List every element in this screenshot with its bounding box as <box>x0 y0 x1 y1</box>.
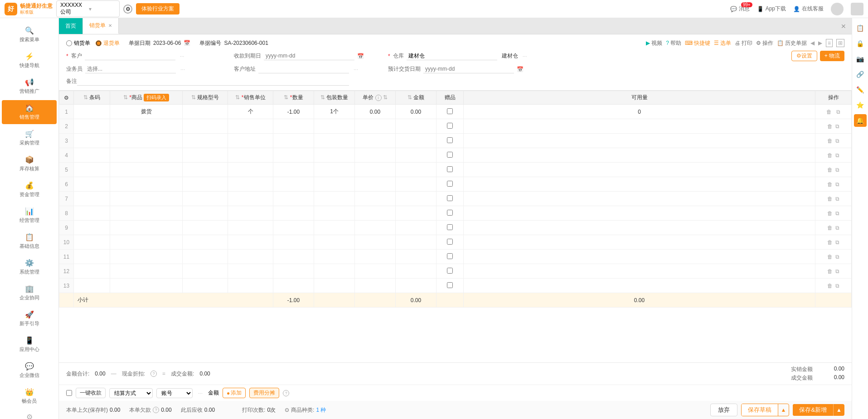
rsb-icon-clipboard[interactable]: 📋 <box>854 22 867 34</box>
remark-input[interactable] <box>77 77 349 86</box>
rsb-icon-link[interactable]: 🔗 <box>854 68 867 81</box>
sidebar-item-search[interactable]: 🔍 搜索菜单 <box>2 23 57 47</box>
customer-more-icon[interactable]: ··· <box>178 53 186 59</box>
col-barcode-sort[interactable]: ⇅ <box>83 94 88 101</box>
sidebar-item-enterprise[interactable]: 🏢 企业协同 <box>2 281 57 305</box>
radio-return[interactable]: 退货单 <box>96 39 120 47</box>
payment-add-button[interactable]: ● 添加 <box>223 388 246 398</box>
row-gift-1[interactable] <box>436 105 464 119</box>
user-avatar[interactable] <box>831 3 844 15</box>
app-download-nav[interactable]: 📱 App下载 <box>757 5 786 13</box>
tab-salesorder[interactable]: 销货单 ✕ <box>83 18 119 34</box>
toolbar-view1[interactable]: ≡ <box>826 39 833 47</box>
rsb-icon-star[interactable]: ⭐ <box>854 99 867 111</box>
date-calendar-icon[interactable]: 📅 <box>184 40 190 46</box>
tab-close-icon[interactable]: ✕ <box>108 23 112 28</box>
company-selector[interactable]: XXXXXX公司 ▾ <box>56 0 120 17</box>
toolbar-video[interactable]: ▶ 视频 <box>646 39 662 47</box>
col-amount-sort[interactable]: ⇅ <box>407 94 412 101</box>
due-date-input[interactable] <box>264 52 354 60</box>
toolbar-operation[interactable]: ⚙ 操作 <box>756 39 773 47</box>
col-product-sort[interactable]: ⇅ <box>123 94 128 101</box>
toolbar-help[interactable]: ? 帮助 <box>666 39 681 47</box>
salesperson-input[interactable] <box>85 65 176 73</box>
rsb-icon-edit[interactable]: ✏️ <box>854 83 867 96</box>
row-unit-1[interactable]: 个 <box>228 105 273 119</box>
one-click-checkbox[interactable] <box>66 390 72 396</box>
row-copy-1[interactable]: ⧉ <box>836 109 840 115</box>
th-settings[interactable]: ⚙ <box>59 91 74 105</box>
radio-sales[interactable]: 销货单 <box>66 39 90 47</box>
salesperson-more-icon[interactable]: ··· <box>179 66 187 72</box>
due-date-calendar-icon[interactable]: 📅 <box>357 53 364 59</box>
row-spec-1[interactable] <box>183 105 228 119</box>
warehouse-input[interactable] <box>407 52 497 60</box>
col-price-sort[interactable]: ⇅ <box>383 94 388 101</box>
row-barcode-1[interactable] <box>74 105 110 119</box>
toolbar-nav-next[interactable]: ▶ <box>818 40 822 46</box>
message-nav[interactable]: 💬 消息 99+ <box>730 5 750 13</box>
payment-account-select[interactable]: 账号 <box>156 388 193 398</box>
online-service-nav[interactable]: 👤 在线客服 <box>793 5 824 13</box>
toolbar-view2[interactable]: ⊞ <box>836 39 844 47</box>
sidebar-item-wechat[interactable]: 💬 企业微信 <box>2 358 57 382</box>
row-copy-2[interactable]: ⧉ <box>835 123 839 130</box>
sidebar-item-sales[interactable]: 🏠 销售管理 <box>2 100 57 124</box>
payment-method-select[interactable]: 结算方式 <box>109 388 153 398</box>
sidebar-item-purchase[interactable]: 🛒 采购管理 <box>2 126 57 150</box>
toolbar-filter[interactable]: ☰ 选单 <box>714 39 731 47</box>
sidebar-item-basic[interactable]: 📋 基础信息 <box>2 229 57 253</box>
sidebar-item-guide[interactable]: 🚀 新手引导 <box>2 307 57 331</box>
save-new-button[interactable]: 保存&新增 <box>793 404 833 416</box>
expected-delivery-calendar-icon[interactable]: 📅 <box>517 66 524 72</box>
payment-account-more[interactable]: ··· <box>196 390 204 396</box>
total-owed-info[interactable]: ? <box>153 407 159 413</box>
settings-icon[interactable]: ⚙ <box>123 5 132 14</box>
row-delete-1[interactable]: 🗑 <box>826 109 832 115</box>
toolbar-shortcut[interactable]: ⌨ 快捷键 <box>685 39 710 47</box>
discount-info-icon[interactable]: ? <box>150 371 157 377</box>
tab-area-close[interactable]: ✕ <box>835 23 852 30</box>
sidebar-item-member[interactable]: 👑 畅会员 <box>2 384 57 408</box>
customer-address-input[interactable] <box>258 65 349 73</box>
logistics-button[interactable]: + 物流 <box>820 51 844 61</box>
row-delete-2[interactable]: 🗑 <box>827 123 833 130</box>
col-packqty-sort[interactable]: ⇅ <box>320 94 325 101</box>
rsb-icon-bell[interactable]: 🔔 <box>854 114 867 127</box>
row-product-1[interactable]: 拨货 <box>110 105 183 119</box>
toolbar-print[interactable]: 🖨 打印 <box>735 39 752 47</box>
save-draft-button[interactable]: 保存草稿 <box>742 404 778 416</box>
sidebar-item-quicknav[interactable]: ⚡ 快捷导航 <box>2 48 57 72</box>
toolbar-history[interactable]: 📋 历史单据 <box>777 39 807 47</box>
price-info-icon[interactable]: i <box>375 95 382 101</box>
customer-input[interactable] <box>85 52 175 60</box>
row-amount-1[interactable]: 0.00 <box>396 105 436 119</box>
date-value[interactable]: 2023-06-06 <box>153 40 181 46</box>
row-packqty-1[interactable]: 1个 <box>314 105 355 119</box>
sidebar-item-system[interactable]: ⚙️ 系统管理 <box>2 255 57 279</box>
fee-split-button[interactable]: 费用分摊 <box>249 388 279 398</box>
address-more-icon[interactable]: ··· <box>352 66 360 72</box>
draft-dropdown-icon[interactable]: ▲ <box>778 404 789 416</box>
settings-button[interactable]: ⚙设置 <box>791 51 817 61</box>
sidebar-item-finance[interactable]: 💰 资金管理 <box>2 178 57 202</box>
row-qty-1[interactable]: -1.00 <box>273 105 314 119</box>
row-price-1[interactable]: 0.00 <box>355 105 396 119</box>
col-spec-sort[interactable]: ⇅ <box>191 94 196 101</box>
sidebar-item-inventory[interactable]: 📦 库存核算 <box>2 152 57 176</box>
scan-button[interactable]: 扫码录入 <box>144 94 169 101</box>
rsb-icon-camera[interactable]: 📷 <box>854 53 867 65</box>
abandon-button[interactable]: 放弃 <box>710 404 737 416</box>
trial-button[interactable]: 体验行业方案 <box>136 3 179 14</box>
one-click-button[interactable]: 一键收款 <box>76 388 106 398</box>
expected-delivery-input[interactable] <box>423 65 514 73</box>
order-no-value[interactable]: SA-20230606-001 <box>224 40 268 46</box>
fee-info-icon[interactable]: ? <box>283 390 289 396</box>
warehouse-more-icon[interactable]: ··· <box>521 53 529 59</box>
sidebar-item-marketing[interactable]: 📢 营销推广 <box>2 74 57 98</box>
sidebar-item-operation[interactable]: 📊 经营管理 <box>2 203 57 227</box>
col-unit-sort[interactable]: ⇅ <box>235 94 240 101</box>
toolbar-nav-prev[interactable]: ◀ <box>810 40 815 46</box>
col-qty-sort[interactable]: ⇅ <box>284 94 288 101</box>
save-new-dropdown-icon[interactable]: ▲ <box>833 404 844 416</box>
